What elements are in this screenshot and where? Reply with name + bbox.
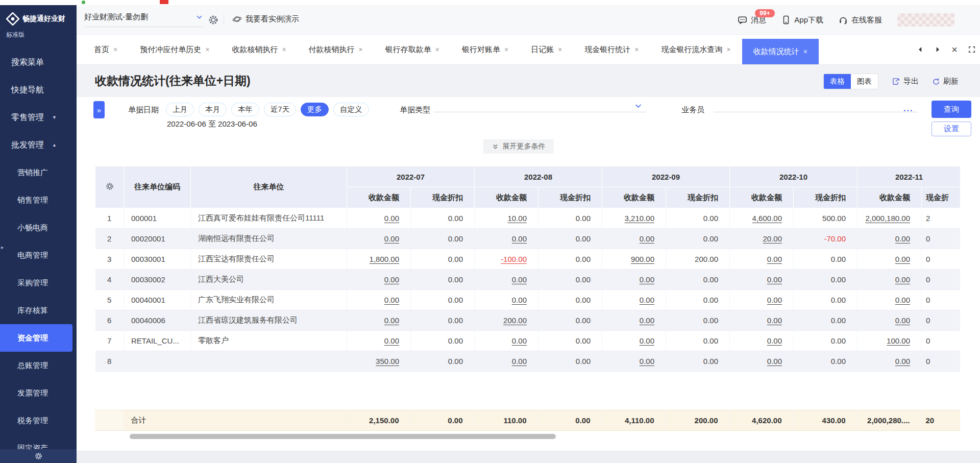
amount-link[interactable]: 0.00 xyxy=(384,214,399,223)
amount-link[interactable]: 0.00 xyxy=(384,275,399,284)
sidebar-item-固定资产[interactable]: 固定资产 xyxy=(0,434,77,449)
amount-link[interactable]: 3,210.00 xyxy=(625,214,654,223)
tab-首页[interactable]: 首页× xyxy=(83,35,129,64)
tab-close-icon[interactable]: × xyxy=(727,45,731,54)
tab-close-icon[interactable]: × xyxy=(435,45,439,54)
messages-button[interactable]: 消息 99+ xyxy=(738,15,766,25)
app-download-button[interactable]: App下载 xyxy=(781,15,823,25)
amount-link[interactable]: 1,800.00 xyxy=(370,255,399,263)
tab-日记账[interactable]: 日记账× xyxy=(520,35,573,64)
column-settings-gear-icon[interactable] xyxy=(106,182,114,190)
tab-收款情况统计[interactable]: 收款情况统计× xyxy=(742,39,819,64)
amount-link[interactable]: -100.00 xyxy=(501,255,527,263)
amount-link[interactable]: 0.00 xyxy=(895,357,910,365)
online-service-button[interactable]: 在线客服 xyxy=(839,15,882,25)
doc-type-field[interactable] xyxy=(434,97,646,112)
amount-link[interactable]: 2,000,180.00 xyxy=(865,214,910,223)
date-pill-上月[interactable]: 上月 xyxy=(166,103,194,116)
expand-more-filters-button[interactable]: 展开更多条件 xyxy=(483,139,554,154)
sidebar-item-库存核算[interactable]: 库存核算 xyxy=(0,297,77,324)
amount-link[interactable]: 4,600.00 xyxy=(752,214,782,223)
amount-link[interactable]: 0.00 xyxy=(640,357,654,365)
sidebar-item-采购管理[interactable]: 采购管理 xyxy=(0,269,77,297)
amount-link[interactable]: 0.00 xyxy=(640,336,654,345)
scrollbar-thumb[interactable] xyxy=(130,434,556,439)
tab-银行对账单[interactable]: 银行对账单× xyxy=(451,35,520,64)
amount-link[interactable]: 0.00 xyxy=(512,234,527,243)
tab-close-icon[interactable]: × xyxy=(282,45,286,54)
tab-close-icon[interactable]: × xyxy=(113,45,117,54)
salesman-field[interactable] xyxy=(714,97,918,112)
amount-link[interactable]: 0.00 xyxy=(895,296,910,304)
amount-link[interactable]: 0.00 xyxy=(512,275,527,284)
settings-gear-icon[interactable] xyxy=(35,452,42,460)
amount-link[interactable]: 0.00 xyxy=(384,296,399,304)
tab-close-icon[interactable]: × xyxy=(558,45,562,54)
sidebar-item-小畅电商[interactable]: 小畅电商 xyxy=(0,214,77,241)
amount-link[interactable]: 0.00 xyxy=(512,357,527,365)
amount-link[interactable]: 0.00 xyxy=(512,336,527,345)
amount-link[interactable]: 0.00 xyxy=(895,234,910,243)
sidebar-item-电商管理[interactable]: 电商管理 xyxy=(0,241,77,269)
tab-close-icon[interactable]: × xyxy=(359,45,363,54)
sidebar-item-发票管理[interactable]: 发票管理 xyxy=(0,379,77,407)
filter-collapse-button[interactable]: » xyxy=(93,101,105,118)
sidebar-item-销售管理[interactable]: 销售管理 xyxy=(0,186,77,214)
tab-close-icon[interactable]: × xyxy=(504,45,508,54)
amount-link[interactable]: 10.00 xyxy=(507,214,527,223)
query-button[interactable]: 查询 xyxy=(932,101,971,118)
doc-type-chevron-icon[interactable] xyxy=(634,102,643,110)
header-gear-icon[interactable] xyxy=(208,15,218,25)
sidebar-item-营销推广[interactable]: 营销推广 xyxy=(0,159,77,186)
amount-link[interactable]: 0.00 xyxy=(384,336,399,345)
amount-link[interactable]: 0.00 xyxy=(895,275,910,284)
tab-现金银行统计[interactable]: 现金银行统计× xyxy=(573,35,650,64)
amount-link[interactable]: 0.00 xyxy=(767,296,782,304)
close-all-tabs-icon[interactable]: × xyxy=(951,44,958,56)
amount-link[interactable]: 20.00 xyxy=(763,234,782,243)
date-pill-本月[interactable]: 本月 xyxy=(199,103,227,116)
tab-付款核销执行[interactable]: 付款核销执行× xyxy=(298,35,374,64)
tab-银行存取款单[interactable]: 银行存取款单× xyxy=(374,35,451,64)
amount-link[interactable]: 0.00 xyxy=(384,234,399,243)
amount-link[interactable]: 0.00 xyxy=(640,234,654,243)
date-pill-近7天[interactable]: 近7天 xyxy=(264,103,296,116)
amount-link[interactable]: 0.00 xyxy=(512,296,527,304)
sidebar-item-快捷导航[interactable]: 快捷导航 xyxy=(0,76,77,104)
amount-link[interactable]: 0.00 xyxy=(767,336,782,345)
view-chart-button[interactable]: 图表 xyxy=(851,74,878,89)
date-range-value[interactable]: 2022-06-06 至 2023-06-06 xyxy=(167,119,257,129)
refresh-button[interactable]: 刷新 xyxy=(932,77,959,86)
date-pill-更多[interactable]: 更多 xyxy=(301,103,329,116)
amount-link[interactable]: 350.00 xyxy=(376,357,399,365)
amount-link[interactable]: 0.00 xyxy=(640,316,654,325)
tab-scroll-left-icon[interactable] xyxy=(917,46,924,53)
export-button[interactable]: 导出 xyxy=(892,77,919,86)
account-selector[interactable]: 好业财测试-量勿删 xyxy=(84,12,203,27)
amount-link[interactable]: 0.00 xyxy=(895,255,910,263)
amount-link[interactable]: 0.00 xyxy=(767,255,782,263)
amount-link[interactable]: 0.00 xyxy=(767,316,782,325)
sidebar-item-税务管理[interactable]: 税务管理 xyxy=(0,407,77,434)
amount-link[interactable]: 0.00 xyxy=(767,357,782,365)
tab-收款核销执行[interactable]: 收款核销执行× xyxy=(220,35,297,64)
amount-link[interactable]: 0.00 xyxy=(384,316,399,325)
salesman-picker-ellipsis[interactable]: ... xyxy=(903,104,913,113)
sidebar-collapse-handle[interactable]: ▸ xyxy=(1,244,4,251)
date-pill-本年[interactable]: 本年 xyxy=(231,103,259,116)
date-pill-自定义[interactable]: 自定义 xyxy=(333,103,369,116)
fullscreen-icon[interactable] xyxy=(968,45,976,54)
sidebar-item-总账管理[interactable]: 总账管理 xyxy=(0,352,77,379)
amount-link[interactable]: 200.00 xyxy=(503,316,527,325)
demo-link[interactable]: 我要看实例演示 xyxy=(232,14,299,24)
amount-link[interactable]: 0.00 xyxy=(640,275,654,284)
amount-link[interactable]: 0.00 xyxy=(767,275,782,284)
tab-close-icon[interactable]: × xyxy=(205,45,209,54)
sidebar-item-搜索菜单[interactable]: 搜索菜单 xyxy=(0,48,77,76)
sidebar-item-批发管理[interactable]: 批发管理▲ xyxy=(0,131,77,159)
amount-link[interactable]: 0.00 xyxy=(640,296,654,304)
amount-link[interactable]: 900.00 xyxy=(631,255,654,263)
amount-link[interactable]: 100.00 xyxy=(887,336,910,345)
amount-link[interactable]: 0.00 xyxy=(895,316,910,325)
tab-现金银行流水查询[interactable]: 现金银行流水查询× xyxy=(650,35,742,64)
